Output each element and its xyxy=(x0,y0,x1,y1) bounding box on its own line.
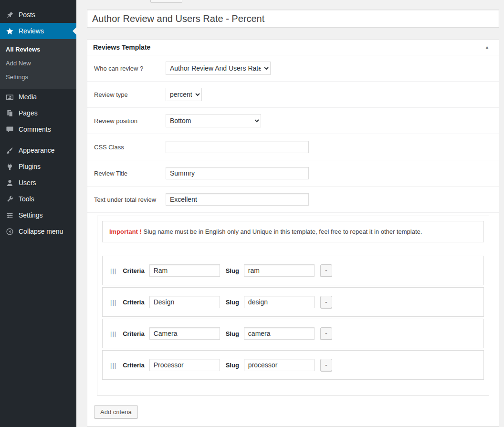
sidebar-item-users[interactable]: Users xyxy=(0,175,76,191)
remove-criteria-button[interactable]: - xyxy=(320,264,332,277)
criteria-name-input[interactable] xyxy=(149,359,220,371)
collapse-toggle-icon[interactable]: ▲ xyxy=(481,44,493,51)
star-icon xyxy=(5,26,14,36)
sidebar-item-label: Users xyxy=(19,179,36,187)
collapse-arrow-icon xyxy=(5,227,14,236)
drag-handle-icon[interactable]: ||| xyxy=(110,267,116,274)
criteria-name-input[interactable] xyxy=(149,327,220,340)
sidebar-item-label: Posts xyxy=(19,11,35,19)
submenu-item-add-new[interactable]: Add New xyxy=(0,56,76,70)
form-row-review-position: Review position Bottom xyxy=(87,108,499,134)
criteria-slug-input[interactable] xyxy=(244,264,315,277)
reviews-submenu: All Reviews Add New Settings xyxy=(0,39,76,89)
form-row-review-type: Review type percent xyxy=(87,82,499,108)
sidebar-item-label: Settings xyxy=(19,211,43,219)
who-can-review-select[interactable]: Author Review And Users Rate xyxy=(166,62,271,75)
brush-icon xyxy=(5,146,14,155)
remove-criteria-button[interactable]: - xyxy=(320,296,332,308)
user-icon xyxy=(5,178,14,187)
review-type-label: Review type xyxy=(87,91,166,98)
sidebar-item-appearance[interactable]: Appearance xyxy=(0,142,76,158)
review-title-label: Review Title xyxy=(87,170,166,177)
sidebar-item-comments[interactable]: Comments xyxy=(0,121,76,137)
admin-content: Reviews Template ▲ Who can review ? Auth… xyxy=(76,0,504,427)
form-row-who-can-review: Who can review ? Author Review And Users… xyxy=(87,55,499,82)
admin-sidebar: Posts Reviews All Reviews Add New Settin… xyxy=(0,0,76,427)
sidebar-item-label: Pages xyxy=(19,109,38,117)
submenu-item-settings[interactable]: Settings xyxy=(0,70,76,84)
criteria-label: Criteria xyxy=(123,330,145,337)
slug-notice: Important ! Slug name must be in English… xyxy=(102,221,484,242)
review-position-select[interactable]: Bottom xyxy=(166,114,261,127)
sidebar-item-label: Appearance xyxy=(19,146,55,154)
criteria-row: ||| Criteria Slug - xyxy=(102,256,484,285)
sidebar-item-collapse-menu[interactable]: Collapse menu xyxy=(0,223,76,240)
notice-body-text: Slug name must be in English only and Un… xyxy=(142,228,422,235)
form-row-css-class: CSS Class xyxy=(87,134,499,160)
sidebar-item-reviews[interactable]: Reviews xyxy=(0,23,76,39)
sidebar-item-posts[interactable]: Posts xyxy=(0,7,76,23)
criteria-row: ||| Criteria Slug - xyxy=(102,287,484,317)
remove-criteria-button[interactable]: - xyxy=(320,359,332,371)
metabox-header[interactable]: Reviews Template ▲ xyxy=(87,40,499,55)
slug-label: Slug xyxy=(226,362,239,369)
form-row-text-under-total-review: Text under total review xyxy=(87,187,499,213)
wrench-icon xyxy=(5,194,14,204)
pages-icon xyxy=(5,108,14,118)
submenu-item-all-reviews[interactable]: All Reviews xyxy=(0,42,76,56)
comment-icon xyxy=(5,125,14,134)
active-item-arrow xyxy=(69,27,76,35)
menu-separator xyxy=(0,137,76,142)
sidebar-item-pages[interactable]: Pages xyxy=(0,105,76,121)
sidebar-item-plugins[interactable]: Plugins xyxy=(0,158,76,175)
criteria-slug-input[interactable] xyxy=(244,296,315,308)
text-under-total-review-label: Text under total review xyxy=(87,196,166,203)
sidebar-item-label: Collapse menu xyxy=(19,228,63,235)
slug-label: Slug xyxy=(226,330,239,337)
drag-handle-icon[interactable]: ||| xyxy=(110,299,116,306)
sidebar-item-media[interactable]: Media xyxy=(0,89,76,105)
slug-label: Slug xyxy=(226,299,239,306)
remove-criteria-button[interactable]: - xyxy=(320,327,332,340)
sidebar-item-label: Plugins xyxy=(19,163,41,170)
sidebar-item-label: Reviews xyxy=(19,27,44,35)
who-can-review-label: Who can review ? xyxy=(87,65,166,72)
plug-icon xyxy=(5,162,14,171)
text-under-total-review-input[interactable] xyxy=(166,193,309,206)
criteria-row: ||| Criteria Slug - xyxy=(102,319,484,348)
sidebar-item-label: Tools xyxy=(19,195,34,203)
css-class-input[interactable] xyxy=(166,141,309,153)
notice-important-text: Important ! xyxy=(109,228,142,235)
sidebar-item-settings[interactable]: Settings xyxy=(0,207,76,223)
form-row-review-title: Review Title xyxy=(87,160,499,187)
post-title-input[interactable] xyxy=(87,10,499,28)
criteria-name-input[interactable] xyxy=(149,296,220,308)
metabox-title: Reviews Template xyxy=(93,43,150,51)
criteria-row: ||| Criteria Slug - xyxy=(102,350,484,380)
add-criteria-button[interactable]: Add criteria xyxy=(94,405,138,418)
criteria-section: Important ! Slug name must be in English… xyxy=(97,216,489,396)
sliders-icon xyxy=(5,210,14,220)
criteria-slug-input[interactable] xyxy=(244,327,315,340)
sidebar-item-label: Comments xyxy=(19,125,51,133)
reviews-template-metabox: Reviews Template ▲ Who can review ? Auth… xyxy=(87,39,499,427)
slug-label: Slug xyxy=(226,267,239,274)
criteria-label: Criteria xyxy=(123,267,145,274)
media-icon xyxy=(5,92,14,102)
review-type-select[interactable]: percent xyxy=(166,88,202,101)
pushpin-icon xyxy=(5,10,14,20)
drag-handle-icon[interactable]: ||| xyxy=(110,362,116,369)
partial-top-button[interactable] xyxy=(150,0,182,3)
drag-handle-icon[interactable]: ||| xyxy=(110,330,116,337)
sidebar-item-tools[interactable]: Tools xyxy=(0,191,76,207)
css-class-label: CSS Class xyxy=(87,144,166,151)
review-title-input[interactable] xyxy=(166,167,309,179)
review-position-label: Review position xyxy=(87,117,166,125)
sidebar-item-label: Media xyxy=(19,93,37,101)
criteria-label: Criteria xyxy=(123,362,145,369)
criteria-label: Criteria xyxy=(123,299,145,306)
criteria-slug-input[interactable] xyxy=(244,359,315,371)
criteria-name-input[interactable] xyxy=(149,264,220,277)
